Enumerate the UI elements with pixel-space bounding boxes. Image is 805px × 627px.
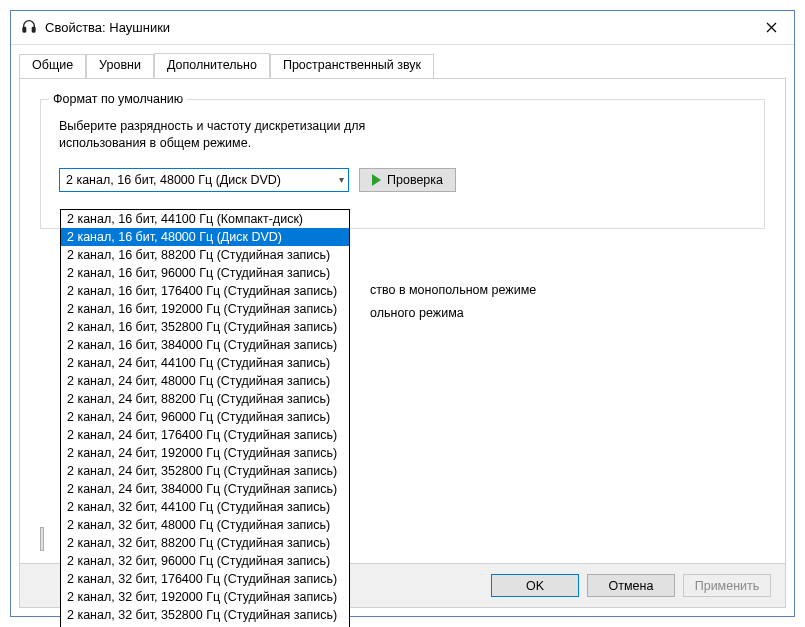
format-option[interactable]: 2 канал, 32 бит, 176400 Гц (Студийная за… — [61, 570, 349, 588]
tab-1[interactable]: Уровни — [86, 54, 154, 79]
format-option[interactable]: 2 канал, 24 бит, 88200 Гц (Студийная зап… — [61, 390, 349, 408]
group-description: Выберите разрядность и частоту дискретиз… — [59, 118, 419, 152]
format-option[interactable]: 2 канал, 16 бит, 44100 Гц (Компакт-диск) — [61, 210, 349, 228]
tab-strip: ОбщиеУровниДополнительноПространственный… — [11, 45, 794, 78]
exclusive-line-1: ство в монопольном режиме — [370, 279, 745, 302]
properties-dialog: Свойства: Наушники ОбщиеУровниДополнител… — [10, 10, 795, 617]
test-label: Проверка — [387, 173, 443, 187]
format-option[interactable]: 2 канал, 24 бит, 352800 Гц (Студийная за… — [61, 462, 349, 480]
format-option[interactable]: 2 канал, 16 бит, 176400 Гц (Студийная за… — [61, 282, 349, 300]
format-option[interactable]: 2 канал, 24 бит, 96000 Гц (Студийная зап… — [61, 408, 349, 426]
format-combobox[interactable]: 2 канал, 16 бит, 48000 Гц (Диск DVD) ▾ — [59, 168, 349, 192]
play-icon — [372, 174, 381, 186]
ok-button[interactable]: OK — [491, 574, 579, 597]
chevron-down-icon: ▾ — [339, 174, 344, 185]
window-title: Свойства: Наушники — [45, 20, 170, 35]
format-option[interactable]: 2 канал, 24 бит, 48000 Гц (Студийная зап… — [61, 372, 349, 390]
exclusive-line-2: ольного режима — [370, 302, 745, 325]
format-option[interactable]: 2 канал, 32 бит, 352800 Гц (Студийная за… — [61, 606, 349, 624]
close-button[interactable] — [748, 11, 794, 44]
format-option[interactable]: 2 канал, 32 бит, 44100 Гц (Студийная зап… — [61, 498, 349, 516]
format-option[interactable]: 2 канал, 32 бит, 88200 Гц (Студийная зап… — [61, 534, 349, 552]
titlebar: Свойства: Наушники — [11, 11, 794, 45]
apply-button[interactable]: Применить — [683, 574, 771, 597]
group-legend: Формат по умолчанию — [49, 92, 187, 106]
format-option[interactable]: 2 канал, 16 бит, 352800 Гц (Студийная за… — [61, 318, 349, 336]
format-option[interactable]: 2 канал, 16 бит, 384000 Гц (Студийная за… — [61, 336, 349, 354]
format-option[interactable]: 2 канал, 16 бит, 88200 Гц (Студийная зап… — [61, 246, 349, 264]
format-option[interactable]: 2 канал, 16 бит, 192000 Гц (Студийная за… — [61, 300, 349, 318]
format-option[interactable]: 2 канал, 16 бит, 48000 Гц (Диск DVD) — [61, 228, 349, 246]
exclusive-mode-section: ство в монопольном режиме ольного режима — [370, 279, 745, 324]
format-dropdown-list[interactable]: 2 канал, 16 бит, 44100 Гц (Компакт-диск)… — [60, 209, 350, 627]
format-option[interactable]: 2 канал, 24 бит, 384000 Гц (Студийная за… — [61, 480, 349, 498]
format-option[interactable]: 2 канал, 24 бит, 44100 Гц (Студийная зап… — [61, 354, 349, 372]
format-option[interactable]: 2 канал, 24 бит, 192000 Гц (Студийная за… — [61, 444, 349, 462]
headphones-icon — [21, 18, 37, 37]
tab-0[interactable]: Общие — [19, 54, 86, 79]
restore-defaults-button[interactable] — [40, 527, 44, 551]
format-option[interactable]: 2 канал, 32 бит, 48000 Гц (Студийная зап… — [61, 516, 349, 534]
format-option[interactable]: 2 канал, 24 бит, 176400 Гц (Студийная за… — [61, 426, 349, 444]
svg-rect-1 — [32, 27, 35, 32]
format-option[interactable]: 2 канал, 32 бит, 96000 Гц (Студийная зап… — [61, 552, 349, 570]
format-option[interactable]: 2 канал, 32 бит, 192000 Гц (Студийная за… — [61, 588, 349, 606]
tab-2[interactable]: Дополнительно — [154, 53, 270, 78]
tab-3[interactable]: Пространственный звук — [270, 54, 434, 79]
svg-rect-0 — [23, 27, 26, 32]
cancel-button[interactable]: Отмена — [587, 574, 675, 597]
test-button[interactable]: Проверка — [359, 168, 456, 192]
format-value: 2 канал, 16 бит, 48000 Гц (Диск DVD) — [66, 173, 339, 187]
format-option[interactable]: 2 канал, 16 бит, 96000 Гц (Студийная зап… — [61, 264, 349, 282]
